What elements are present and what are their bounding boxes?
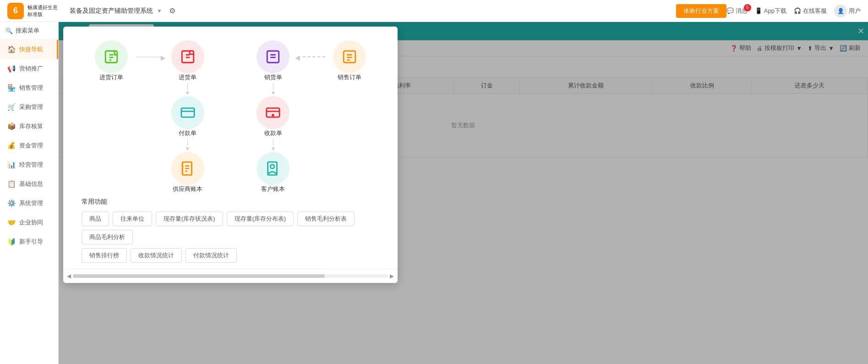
search-icon: 🔍: [5, 27, 13, 34]
system-dropdown-icon[interactable]: ▼: [157, 8, 162, 14]
logo-area: 6 畅康通好生意 标准版: [7, 3, 66, 19]
sidebar-item-base-info[interactable]: 📋 基础信息: [0, 174, 58, 194]
home-icon: 🏠: [7, 45, 16, 54]
function-buttons-row: 商品 往来单位 现存量(库存状况表) 现存量(库存分布表) 销售毛利分析表 商品…: [82, 212, 379, 244]
sidebar-item-enterprise[interactable]: 🤝 企业协同: [0, 213, 58, 232]
sidebar-item-sales[interactable]: 🏪 销售管理: [0, 78, 58, 98]
message-btn[interactable]: 💬 消息 5: [726, 7, 748, 15]
sales-order-label: 销售订单: [338, 73, 361, 81]
flow-node-receipt[interactable]: 收款单: [257, 96, 289, 137]
func-btn-payment-stats[interactable]: 付款情况统计: [186, 248, 237, 263]
content-area: 首页 销售订单执行表 ✕ ✕ ❓ 帮助 🖨 按模板打印 ▼: [59, 22, 868, 364]
main-area: 🔍 搜索菜单 🏠 快捷导航 📢 营销推广 🏪 销售管理 🛒 采购管理 📦: [0, 22, 868, 364]
message-icon: 💬: [726, 7, 734, 14]
flow-arrows-down-row2: ▼ ▼: [82, 139, 379, 152]
sidebar-item-guide[interactable]: 🔰 新手引导: [0, 232, 58, 251]
flow-node-sales-order[interactable]: 销售订单: [333, 40, 366, 81]
func-btn-stock-status[interactable]: 现存量(库存状况表): [156, 212, 223, 226]
user-menu[interactable]: 👤 用户: [834, 5, 861, 17]
flow-row-2: 付款单: [82, 96, 379, 137]
operations-icon: 📊: [7, 161, 16, 169]
top-bar-right: 💬 消息 5 📱 App下载 🎧 在线客服 👤 用户: [726, 5, 861, 17]
func-btn-sales-rank[interactable]: 销售排行榜: [82, 248, 127, 263]
base-info-icon: 📋: [7, 180, 16, 188]
scroll-left-icon[interactable]: ◀: [67, 273, 71, 279]
sales-order-circle: [333, 40, 366, 73]
func-btn-contacts[interactable]: 往来单位: [113, 212, 152, 226]
sales-icon: 🏪: [7, 84, 16, 92]
svg-rect-23: [181, 163, 183, 174]
arrow-down-2: ▼: [257, 83, 289, 96]
enterprise-icon: 🤝: [7, 218, 16, 227]
modal-scrollbar: ◀ ▶: [63, 269, 398, 283]
system-title-area: 装备及固定资产辅助管理系统 ▼ ⚙: [70, 5, 676, 17]
customer-ledger-circle: [257, 152, 289, 185]
phone-icon: 📱: [755, 7, 762, 14]
func-btn-product[interactable]: 商品: [82, 212, 109, 226]
sidebar-item-finance[interactable]: 💰 资金管理: [0, 136, 58, 155]
function-buttons-row2: 销售排行榜 收款情况统计 付款情况统计: [82, 248, 379, 263]
flow-node-purchase-order[interactable]: 进货订单: [95, 40, 128, 81]
flow-node-purchase-bill[interactable]: 进货单: [171, 40, 204, 81]
flow-node-payment[interactable]: 付款单: [171, 96, 204, 137]
sidebar: 🔍 搜索菜单 🏠 快捷导航 📢 营销推广 🏪 销售管理 🛒 采购管理 📦: [0, 22, 59, 364]
guide-icon: 🔰: [7, 238, 16, 246]
purchase-bill-label: 进货单: [179, 73, 197, 81]
online-service-btn[interactable]: 🎧 在线客服: [794, 7, 827, 15]
headset-icon: 🎧: [794, 7, 801, 14]
avatar: 👤: [834, 5, 847, 17]
customer-ledger-label: 客户账本: [261, 185, 285, 193]
common-functions-section: 常用功能 商品 往来单位 现存量(库存状况表) 现存量(库存分布表) 销售毛利分…: [82, 198, 379, 263]
sidebar-item-inventory[interactable]: 📦 库存核算: [0, 117, 58, 136]
top-bar: 6 畅康通好生意 标准版 装备及固定资产辅助管理系统 ▼ ⚙ 体验行业方案 💬 …: [0, 0, 868, 22]
scrollbar-thumb[interactable]: [73, 274, 325, 278]
settings-icon[interactable]: ⚙: [166, 5, 179, 17]
flow-node-sales-bill[interactable]: 销货单: [257, 40, 289, 81]
supplier-ledger-circle: [171, 152, 204, 185]
sidebar-item-quick-nav[interactable]: 🏠 快捷导航: [0, 40, 58, 59]
modal-overlay: 进货订单 ▶: [59, 22, 868, 364]
flow-node-supplier-ledger[interactable]: 供应商账本: [171, 152, 204, 193]
scroll-right-icon[interactable]: ▶: [390, 273, 394, 279]
svg-point-18: [272, 114, 275, 117]
sidebar-item-operations[interactable]: 📊 经营管理: [0, 155, 58, 174]
arrow-down-3: ▼: [171, 139, 204, 152]
flow-node-customer-ledger[interactable]: 客户账本: [257, 152, 289, 193]
system-title-text: 装备及固定资产辅助管理系统: [70, 7, 153, 15]
purchase-order-label: 进货订单: [99, 73, 123, 81]
arrow-down-4: ▼: [257, 139, 289, 152]
func-btn-sales-profit[interactable]: 销售毛利分析表: [297, 212, 355, 226]
message-badge: 5: [744, 4, 751, 11]
sidebar-item-system[interactable]: ⚙️ 系统管理: [0, 194, 58, 213]
payment-circle: [171, 96, 204, 129]
system-icon: ⚙️: [7, 199, 16, 207]
app-download-btn[interactable]: 📱 App下载: [755, 7, 786, 15]
func-btn-receipt-stats[interactable]: 收款情况统计: [131, 248, 182, 263]
flow-modal: 进货订单 ▶: [63, 27, 398, 283]
logo-text: 畅康通好生意 标准版: [27, 4, 58, 17]
arrow-down-1: ▼: [171, 83, 204, 96]
func-btn-stock-dist[interactable]: 现存量(库存分布表): [227, 212, 294, 226]
scrollbar-track[interactable]: [73, 274, 388, 278]
trial-button[interactable]: 体验行业方案: [676, 4, 726, 18]
marketing-icon: 📢: [7, 65, 16, 73]
common-functions-title: 常用功能: [82, 198, 379, 206]
sidebar-search[interactable]: 🔍 搜索菜单: [0, 22, 58, 40]
arrow-right-1: ▶: [136, 57, 163, 57]
finance-icon: 💰: [7, 141, 16, 150]
receipt-label: 收款单: [264, 129, 282, 137]
flow-diagram: 进货订单 ▶: [82, 40, 379, 193]
sidebar-item-marketing[interactable]: 📢 营销推广: [0, 59, 58, 78]
purchase-order-circle: [95, 40, 128, 73]
sidebar-item-purchase[interactable]: 🛒 采购管理: [0, 98, 58, 117]
logo-icon: 6: [7, 3, 24, 19]
flow-row-1: 进货订单 ▶: [82, 40, 379, 81]
svg-rect-14: [181, 108, 194, 117]
inventory-icon: 📦: [7, 122, 16, 130]
purchase-icon: 🛒: [7, 103, 16, 111]
arrow-dashed-1: ◀: [298, 56, 325, 57]
func-btn-product-profit[interactable]: 商品毛利分析: [82, 230, 133, 244]
sales-bill-circle: [257, 40, 289, 73]
flow-row-3: 供应商账本: [82, 152, 379, 193]
svg-point-25: [271, 165, 275, 169]
